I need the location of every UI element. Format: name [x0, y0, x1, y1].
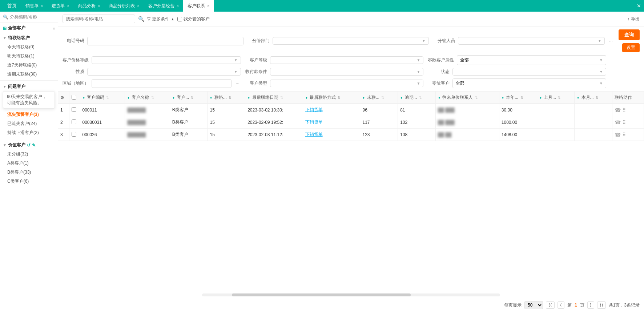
search-input[interactable]: [63, 15, 135, 23]
sort-year-icon[interactable]: ⇅: [520, 96, 523, 100]
sidebar-group-problem[interactable]: ▼ 问题客户: [0, 82, 58, 91]
manager-dots[interactable]: ···: [608, 39, 614, 44]
sort-date-icon[interactable]: ⇅: [280, 96, 283, 100]
my-customers-checkbox[interactable]: [177, 17, 182, 21]
row2-action-1-icon[interactable]: ☎: [615, 119, 621, 125]
region-dots[interactable]: ···: [234, 81, 241, 86]
payment-select[interactable]: ▼: [270, 68, 424, 76]
sort-lastmonth-icon[interactable]: ⇅: [558, 96, 561, 100]
nav-tab-0[interactable]: 销售单 ×: [21, 0, 47, 12]
customer-level-select[interactable]: ▼: [270, 56, 424, 64]
scattered-customer-select[interactable]: 全部 ▼: [452, 78, 606, 88]
row3-action-2-icon[interactable]: ⠿: [622, 132, 626, 138]
customer-type-select[interactable]: ▼: [270, 80, 424, 87]
edit-icon[interactable]: ✎: [32, 143, 36, 148]
close-tab-2-icon[interactable]: ×: [98, 4, 100, 8]
more-conditions-button[interactable]: ▽ 更多条件 ▲: [147, 16, 174, 22]
sidebar-all-customers[interactable]: ⊞ 全部客户 «: [0, 23, 58, 33]
close-tab-5-icon[interactable]: ×: [207, 4, 209, 8]
row2-method[interactable]: 下销货单: [303, 116, 360, 129]
scrollbar-track[interactable]: [202, 293, 500, 296]
sidebar-item-churned[interactable]: 已流失客户(24): [0, 119, 58, 128]
close-tab-3-icon[interactable]: ×: [137, 4, 139, 8]
sort-contact-icon[interactable]: ⇅: [229, 96, 232, 100]
sort-name-icon[interactable]: ⇅: [151, 96, 154, 100]
sidebar-item-declining[interactable]: 持续下滑客户(2): [0, 128, 58, 137]
row3-action-1-icon[interactable]: ☎: [615, 132, 621, 138]
row1-method-link[interactable]: 下销货单: [305, 107, 323, 112]
nav-home[interactable]: 首页: [3, 0, 21, 12]
query-button[interactable]: 查询: [619, 29, 640, 40]
sidebar-item-classA[interactable]: A类客户(1): [0, 159, 58, 168]
region-input[interactable]: [92, 79, 232, 88]
sort-method-icon[interactable]: ⇅: [338, 96, 341, 100]
sidebar-item-classB[interactable]: B类客户(33): [0, 168, 58, 177]
row3-date: 2023-02-03 11:12:: [245, 129, 303, 141]
nature-select[interactable]: ▼: [87, 68, 241, 76]
row2-checkbox[interactable]: [69, 116, 80, 129]
prev-page-button[interactable]: ⟨: [558, 301, 564, 309]
sidebar-item-7days[interactable]: 近7天待联络(0): [0, 61, 58, 70]
row1-checkbox[interactable]: [69, 104, 80, 116]
close-tab-0-icon[interactable]: ×: [41, 4, 43, 8]
search-button[interactable]: 🔍: [138, 16, 144, 22]
collapse-icon[interactable]: «: [53, 26, 55, 31]
sidebar-group-value[interactable]: ▼ 价值客户 ↺ ✎: [0, 141, 58, 150]
row1-action-2-icon[interactable]: ⠿: [622, 107, 626, 113]
export-button[interactable]: ↑ 导出: [627, 16, 640, 22]
sidebar-item-tomorrow[interactable]: 明天待联络(1): [0, 52, 58, 61]
price-level-select[interactable]: ▼: [92, 56, 241, 64]
manager-select[interactable]: ▼: [458, 37, 605, 45]
sidebar-item-ungrouped[interactable]: 未分组(32): [0, 150, 58, 159]
nav-tab-3[interactable]: 商品分析列表 ×: [104, 0, 144, 12]
sort-person-icon[interactable]: ⇅: [475, 96, 478, 100]
row1-action-1-icon[interactable]: ☎: [615, 107, 621, 113]
next-page-button[interactable]: ⟩: [587, 301, 594, 309]
sidebar-item-overdue[interactable]: 逾期未联络(30): [0, 70, 58, 79]
page-size-select[interactable]: 50 100: [524, 301, 543, 309]
sidebar-item-today[interactable]: 今天待联络(0): [0, 42, 58, 52]
close-tab-4-icon[interactable]: ×: [177, 4, 179, 8]
my-customers-checkbox-label[interactable]: 我分管的客户: [177, 16, 210, 22]
last-page-button[interactable]: ⟩⟩: [597, 301, 606, 309]
window-close-button[interactable]: ✕: [637, 3, 641, 9]
row3-select[interactable]: [72, 132, 76, 137]
close-tab-1-icon[interactable]: ×: [67, 4, 69, 8]
settings-button[interactable]: 设置: [622, 43, 640, 52]
scattered-attr-select[interactable]: 全部 ▼: [457, 55, 606, 65]
row1-method[interactable]: 下销货单: [303, 104, 360, 116]
row1-select[interactable]: [72, 107, 76, 112]
sort-overdue-icon[interactable]: ⇅: [419, 96, 422, 100]
row2-select[interactable]: [72, 119, 76, 124]
sidebar-item-churn-warning[interactable]: 流失预警客户(3): [0, 110, 58, 119]
row2-method-link[interactable]: 下销货单: [305, 119, 323, 125]
table-settings-icon[interactable]: ⚙: [60, 95, 64, 100]
refresh-icon[interactable]: ↺: [27, 143, 31, 148]
sidebar-group-pending[interactable]: ▼ 待联络客户: [0, 33, 58, 42]
phone-input[interactable]: [87, 37, 243, 45]
nav-tab-4[interactable]: 客户分层经营 ×: [144, 0, 183, 12]
status-select[interactable]: ▼: [452, 68, 606, 76]
dept-select[interactable]: ▼: [273, 37, 429, 45]
row1-actions: ☎ ⠿: [612, 104, 644, 116]
sidebar-item-classC[interactable]: C类客户(6): [0, 177, 58, 186]
sort-code-icon[interactable]: ⇅: [106, 96, 109, 100]
horizontal-scrollbar[interactable]: [58, 292, 644, 298]
checkbox-col-header[interactable]: [69, 92, 80, 104]
row2-action-2-icon[interactable]: ⠿: [622, 119, 626, 125]
row3-method[interactable]: 下销货单: [303, 129, 360, 141]
nav-tab-5[interactable]: 客户联系 ×: [183, 0, 214, 12]
select-all-checkbox[interactable]: [72, 95, 76, 100]
sort-thismonth-icon[interactable]: ⇅: [596, 96, 599, 100]
sort-type-icon[interactable]: ⇅: [191, 96, 194, 100]
nav-tab-2[interactable]: 商品分析 ×: [74, 0, 104, 12]
settings-col-header[interactable]: ⚙: [58, 92, 69, 104]
sidebar-search-input[interactable]: [10, 15, 58, 20]
row3-method-link[interactable]: 下销货单: [305, 132, 323, 137]
first-page-button[interactable]: ⟨⟨: [546, 301, 555, 309]
sort-uncontact-icon[interactable]: ⇅: [381, 96, 384, 100]
nav-tab-1[interactable]: 进货单 ×: [47, 0, 73, 12]
scrollbar-thumb[interactable]: [232, 293, 411, 296]
row3-checkbox[interactable]: [69, 129, 80, 141]
row2-person: ██ ███: [435, 116, 499, 129]
